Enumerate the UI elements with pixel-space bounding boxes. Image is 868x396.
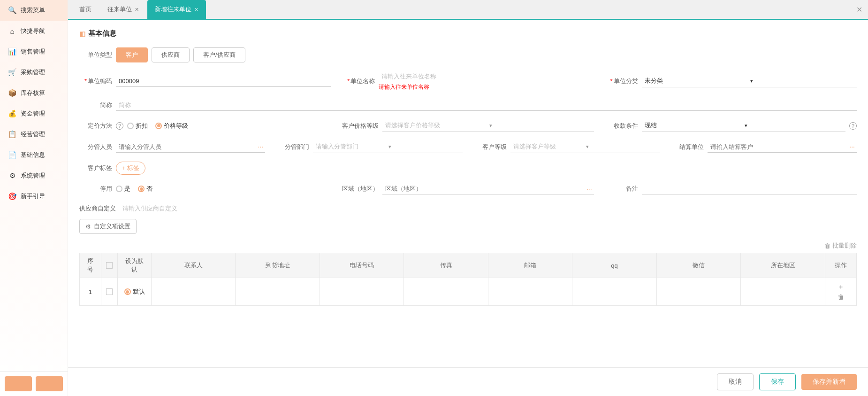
row-fax[interactable] xyxy=(404,278,488,306)
row-region[interactable] xyxy=(741,278,825,306)
pricing-discount-circle xyxy=(127,123,134,129)
type-btn-both[interactable]: 客户/供应商 xyxy=(193,47,245,62)
header-checkbox[interactable] xyxy=(106,262,113,269)
row-wechat[interactable] xyxy=(656,278,740,306)
abbr-row: 简称 xyxy=(79,100,857,111)
row-add-button[interactable]: ＋ xyxy=(836,282,846,292)
pricing-radio-price-level[interactable]: 价格等级 xyxy=(155,122,188,130)
row-fax-input[interactable] xyxy=(409,288,483,295)
region-label: 区域（地区） xyxy=(342,185,379,193)
sidebar-item-finance[interactable]: 💰 资金管理 xyxy=(0,103,68,124)
type-btn-customer[interactable]: 客户 xyxy=(116,47,148,62)
settlement-input[interactable] xyxy=(708,141,848,152)
save-button[interactable]: 保存 xyxy=(759,373,796,390)
disabled-yes-radio[interactable]: 是 xyxy=(116,185,130,193)
code-name-category-row: 单位编码 单位名称 请输入往来单位名称 单位分类 未分类 ▾ xyxy=(79,71,857,91)
tab-home[interactable]: 首页 xyxy=(72,0,99,19)
customer-price-chevron-icon: ▾ xyxy=(489,123,591,129)
unit-category-label: 单位分类 xyxy=(605,77,638,85)
region-dots-btn[interactable]: ··· xyxy=(585,185,594,193)
table-header-row: 序号 设为默认 联系人 到货地址 电话号码 传真 邮箱 qq xyxy=(80,253,857,278)
tab-new-partner[interactable]: 新增往来单位 ✕ xyxy=(147,0,206,19)
type-btn-supplier[interactable]: 供应商 xyxy=(152,47,190,62)
dept-select[interactable]: 请输入分管部门 ▾ xyxy=(313,140,462,153)
settlement-dots-btn[interactable]: ··· xyxy=(847,143,857,150)
row-wechat-input[interactable] xyxy=(662,288,736,295)
row-phone-input[interactable] xyxy=(325,288,399,295)
row-qq-input[interactable] xyxy=(577,288,652,295)
payment-select[interactable]: 现结 ▾ xyxy=(642,119,845,132)
unit-code-input[interactable] xyxy=(116,76,331,87)
tab-partners[interactable]: 往来单位 ✕ xyxy=(100,0,146,19)
cart-icon: 🛒 xyxy=(8,68,17,77)
money-icon: 💰 xyxy=(8,109,17,118)
sidebar-footer xyxy=(0,371,68,396)
pricing-radio-group: 折扣 价格等级 xyxy=(127,122,188,130)
tab-new-partner-close-icon[interactable]: ✕ xyxy=(194,7,198,13)
col-no: 序号 xyxy=(80,253,101,278)
region-input[interactable] xyxy=(382,183,585,194)
cancel-button[interactable]: 取消 xyxy=(717,373,754,390)
unit-name-input[interactable] xyxy=(379,71,594,82)
customer-level-label: 客户等级 xyxy=(474,143,507,151)
pricing-radio-discount[interactable]: 折扣 xyxy=(127,122,148,130)
pricing-row: 定价方法 ? 折扣 价格等级 客户价格等级 xyxy=(79,119,857,132)
row-qq[interactable] xyxy=(572,278,657,306)
sidebar-item-inventory[interactable]: 📦 库存核算 xyxy=(0,83,68,103)
dept-label: 分管部门 xyxy=(276,143,309,151)
row-checkbox-wrapper xyxy=(106,288,113,295)
sidebar-item-quicknav[interactable]: ⌂ 快捷导航 xyxy=(0,21,68,41)
row-contact-input[interactable] xyxy=(156,288,230,295)
contact-table: 序号 设为默认 联系人 到货地址 电话号码 传真 邮箱 qq xyxy=(79,253,857,306)
supplier-custom-input[interactable] xyxy=(120,203,857,214)
remark-input[interactable] xyxy=(642,183,857,194)
form-footer: 取消 保存 保存并新增 xyxy=(68,367,868,396)
customer-level-select[interactable]: 请选择客户等级 ▾ xyxy=(510,140,660,153)
guide-icon: 🎯 xyxy=(8,192,17,201)
col-default: 设为默认 xyxy=(118,253,152,278)
row-default-radio[interactable]: 默认 xyxy=(122,287,146,296)
row-contact[interactable] xyxy=(151,278,235,306)
payment-help-icon[interactable]: ? xyxy=(849,122,857,130)
row-email[interactable] xyxy=(488,278,572,306)
sidebar-footer-btn1[interactable] xyxy=(5,376,32,391)
custom-settings-button[interactable]: ⚙ 自定义项设置 xyxy=(79,219,137,234)
manager-dots-btn[interactable]: ··· xyxy=(256,143,266,150)
sidebar-item-system[interactable]: ⚙ 系统管理 xyxy=(0,165,68,186)
unit-category-select[interactable]: 未分类 ▾ xyxy=(642,75,857,87)
sidebar-item-search[interactable]: 🔍 搜索菜单 xyxy=(0,0,68,21)
remark-label: 备注 xyxy=(605,185,638,193)
gear-settings-icon: ⚙ xyxy=(85,223,91,230)
sidebar-item-basic[interactable]: 📄 基础信息 xyxy=(0,145,68,165)
sidebar-item-sales[interactable]: 📊 销售管理 xyxy=(0,41,68,62)
disabled-no-circle xyxy=(138,186,145,192)
col-contact: 联系人 xyxy=(151,253,235,278)
add-tag-button[interactable]: + 标签 xyxy=(116,162,145,175)
batch-delete-button[interactable]: 🗑 批量删除 xyxy=(824,241,857,250)
home-icon: ⌂ xyxy=(8,26,17,36)
row-delete-button[interactable]: 🗑 xyxy=(836,292,846,302)
manager-input[interactable] xyxy=(116,141,256,152)
window-close-button[interactable]: ✕ xyxy=(856,5,862,14)
disabled-no-radio[interactable]: 否 xyxy=(138,185,152,193)
sidebar-footer-btn2[interactable] xyxy=(36,376,63,391)
sidebar-item-purchase[interactable]: 🛒 采购管理 xyxy=(0,62,68,83)
row-no: 1 xyxy=(80,278,101,306)
disabled-label: 停用 xyxy=(79,185,112,193)
row-region-input[interactable] xyxy=(746,288,820,295)
row-email-input[interactable] xyxy=(493,288,567,295)
sidebar-item-newbie[interactable]: 🎯 新手引导 xyxy=(0,186,68,207)
save-new-button[interactable]: 保存并新增 xyxy=(801,374,857,390)
pricing-help-icon[interactable]: ? xyxy=(116,122,123,130)
row-checkbox[interactable] xyxy=(106,288,113,295)
row-address[interactable] xyxy=(236,278,320,306)
doc-icon: 📄 xyxy=(8,150,17,160)
table-row: 1 默认 xyxy=(80,278,857,306)
customer-price-select[interactable]: 请选择客户价格等级 ▾ xyxy=(382,119,594,132)
tab-partners-close-icon[interactable]: ✕ xyxy=(135,7,139,13)
row-address-input[interactable] xyxy=(240,288,314,295)
sidebar-item-operations[interactable]: 📋 经营管理 xyxy=(0,124,68,145)
manager-input-wrapper: ··· xyxy=(116,141,265,153)
abbr-input[interactable] xyxy=(116,100,857,111)
row-phone[interactable] xyxy=(320,278,404,306)
